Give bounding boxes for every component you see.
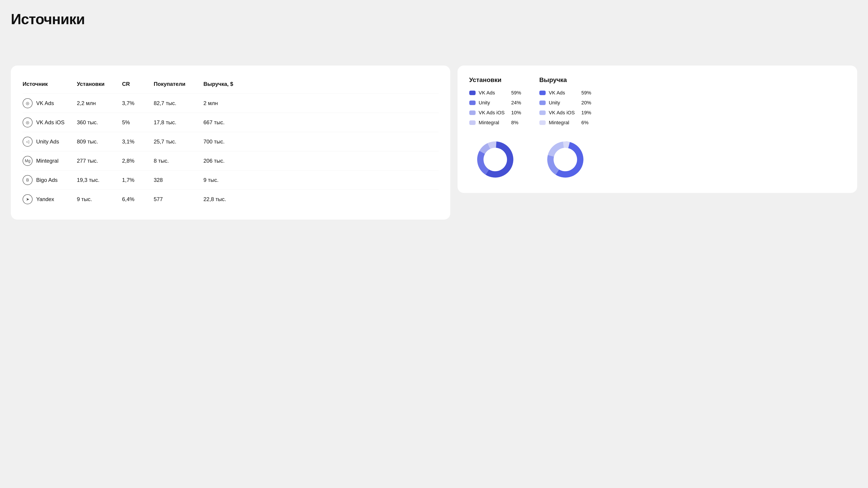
legend-label: VK Ads iOS — [479, 110, 508, 116]
source-name: VK Ads iOS — [36, 119, 64, 126]
cr-cell: 3,1% — [122, 138, 154, 145]
cr-cell: 6,4% — [122, 196, 154, 202]
legend-item: VK Ads iOS19% — [539, 110, 591, 116]
legend-color — [539, 91, 546, 95]
source-name: Bigo Ads — [36, 177, 58, 183]
installs-cell: 19,3 тыс. — [77, 177, 122, 183]
charts-sections: Установки VK Ads59%Unity24%VK Ads iOS10%… — [469, 76, 845, 182]
source-cell: ◁Unity Ads — [23, 137, 77, 147]
legend-label: Mintegral — [549, 120, 578, 126]
cr-cell: 5% — [122, 119, 154, 126]
installs-cell: 9 тыс. — [77, 196, 122, 202]
legend-item: VK Ads iOS10% — [469, 110, 521, 116]
revenue-chart-section: Выручка VK Ads59%Unity20%VK Ads iOS19%Mi… — [539, 76, 591, 182]
source-name: VK Ads — [36, 100, 54, 106]
source-cell: ➤Yandex — [23, 194, 77, 204]
charts-card: Установки VK Ads59%Unity24%VK Ads iOS10%… — [458, 66, 857, 193]
legend-item: Unity24% — [469, 100, 521, 106]
revenue-cell: 2 млн — [204, 100, 253, 106]
buyers-cell: 8 тыс. — [154, 158, 204, 164]
page-title: Источники — [11, 11, 857, 28]
revenue-donut — [543, 137, 588, 182]
revenue-cell: 700 тыс. — [204, 138, 253, 145]
legend-color — [469, 91, 475, 95]
source-icon: ◎ — [23, 118, 33, 127]
header-cell-0: Источник — [23, 78, 77, 92]
legend-item: VK Ads59% — [469, 90, 521, 96]
legend-label: VK Ads iOS — [549, 110, 578, 116]
donut-center — [554, 148, 577, 171]
cr-cell: 2,8% — [122, 158, 154, 164]
revenue-title: Выручка — [539, 76, 567, 84]
legend-item: Mintegral8% — [469, 120, 521, 126]
legend-pct: 59% — [581, 90, 591, 96]
legend-label: Mintegral — [479, 120, 508, 126]
legend-item: VK Ads59% — [539, 90, 591, 96]
source-cell: ◎VK Ads iOS — [23, 118, 77, 127]
cr-cell: 3,7% — [122, 100, 154, 106]
legend-pct: 8% — [511, 120, 519, 126]
legend-pct: 59% — [511, 90, 521, 96]
legend-item: Mintegral6% — [539, 120, 591, 126]
installs-title: Установки — [469, 76, 502, 84]
source-cell: BBigo Ads — [23, 175, 77, 185]
legend-label: Unity — [549, 100, 578, 106]
table-row: MgMintegral277 тыс.2,8%8 тыс.206 тыс. — [23, 151, 438, 170]
installs-cell: 809 тыс. — [77, 138, 122, 145]
revenue-cell: 667 тыс. — [204, 119, 253, 126]
table-row: ➤Yandex9 тыс.6,4%57722,8 тыс. — [23, 190, 438, 209]
revenue-cell: 9 тыс. — [204, 177, 253, 183]
source-icon: ➤ — [23, 194, 33, 204]
installs-legend: VK Ads59%Unity24%VK Ads iOS10%Mintegral8… — [469, 90, 521, 130]
buyers-cell: 82,7 тыс. — [154, 100, 204, 106]
legend-color — [539, 110, 546, 115]
source-icon: ◁ — [23, 137, 33, 147]
table-row: ◎VK Ads2,2 млн3,7%82,7 тыс.2 млн — [23, 94, 438, 113]
legend-pct: 19% — [581, 110, 591, 116]
source-name: Mintegral — [36, 158, 59, 164]
source-cell: ◎VK Ads — [23, 98, 77, 108]
revenue-cell: 206 тыс. — [204, 158, 253, 164]
legend-pct: 20% — [581, 100, 591, 106]
legend-color — [469, 110, 475, 115]
revenue-cell: 22,8 тыс. — [204, 196, 253, 202]
legend-color — [539, 121, 546, 125]
table-header-row: ИсточникУстановкиCRПокупателиВыручка, $ — [23, 78, 438, 92]
cards-row: ИсточникУстановкиCRПокупателиВыручка, $◎… — [11, 66, 857, 220]
source-name: Yandex — [36, 196, 54, 202]
legend-item: Unity20% — [539, 100, 591, 106]
legend-color — [469, 121, 475, 125]
legend-pct: 24% — [511, 100, 521, 106]
header-cell-2: CR — [122, 78, 154, 92]
source-icon: Mg — [23, 156, 33, 166]
installs-donut — [473, 137, 518, 182]
table-card: ИсточникУстановкиCRПокупателиВыручка, $◎… — [11, 66, 450, 220]
header-cell-4: Выручка, $ — [204, 78, 253, 92]
installs-cell: 2,2 млн — [77, 100, 122, 106]
table-row: BBigo Ads19,3 тыс.1,7%3289 тыс. — [23, 170, 438, 190]
legend-pct: 6% — [581, 120, 589, 126]
installs-cell: 360 тыс. — [77, 119, 122, 126]
legend-pct: 10% — [511, 110, 521, 116]
source-cell: MgMintegral — [23, 156, 77, 166]
buyers-cell: 328 — [154, 177, 204, 183]
buyers-cell: 577 — [154, 196, 204, 202]
buyers-cell: 25,7 тыс. — [154, 138, 204, 145]
legend-label: Unity — [479, 100, 508, 106]
cr-cell: 1,7% — [122, 177, 154, 183]
donut-center — [484, 148, 506, 171]
table-container: ИсточникУстановкиCRПокупателиВыручка, $◎… — [23, 78, 438, 209]
legend-label: VK Ads — [479, 90, 508, 96]
source-name: Unity Ads — [36, 138, 59, 145]
header-cell-3: Покупатели — [154, 78, 204, 92]
header-cell-1: Установки — [77, 78, 122, 92]
source-icon: ◎ — [23, 98, 33, 108]
legend-color — [539, 101, 546, 105]
legend-label: VK Ads — [549, 90, 578, 96]
installs-cell: 277 тыс. — [77, 158, 122, 164]
source-icon: B — [23, 175, 33, 185]
installs-chart-section: Установки VK Ads59%Unity24%VK Ads iOS10%… — [469, 76, 521, 182]
table-row: ◎VK Ads iOS360 тыс.5%17,8 тыс.667 тыс. — [23, 113, 438, 132]
legend-color — [469, 101, 475, 105]
table-row: ◁Unity Ads809 тыс.3,1%25,7 тыс.700 тыс. — [23, 132, 438, 151]
